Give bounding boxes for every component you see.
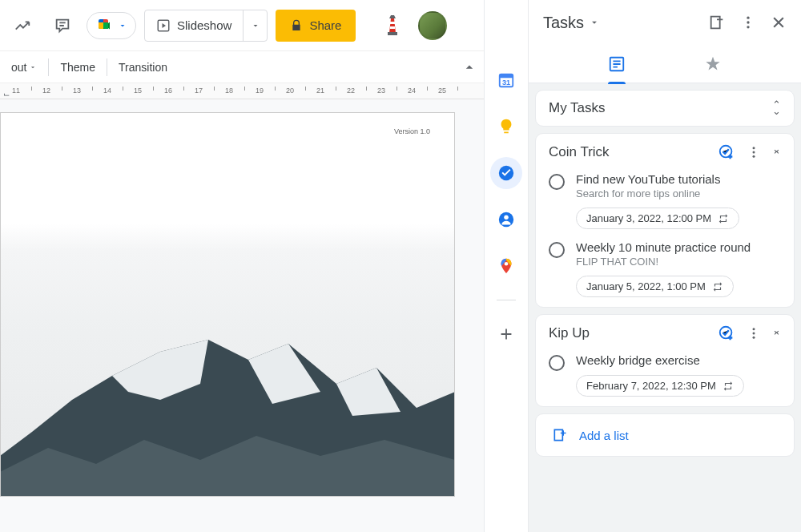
svg-point-17 [753, 151, 755, 154]
collapse-toolbar-icon[interactable] [461, 59, 477, 75]
ruler-label: 14 [103, 87, 111, 95]
slideshow-button[interactable]: Slideshow [145, 10, 243, 41]
comments-icon[interactable] [46, 10, 78, 42]
svg-rect-1 [390, 22, 395, 24]
tasks-panel: Tasks My Tasks ⌃⌄ Coin Tri [529, 0, 801, 532]
my-tasks-selector[interactable]: My Tasks ⌃⌄ [535, 90, 795, 127]
ruler-label: 18 [225, 87, 233, 95]
maps-app-icon[interactable] [490, 250, 522, 282]
svg-point-20 [753, 328, 755, 330]
ruler-label: 22 [347, 87, 355, 95]
add-app-icon[interactable] [490, 318, 522, 350]
ruler-label: 17 [195, 87, 203, 95]
list-name: Coin Trick [549, 144, 610, 160]
ruler-label: 20 [286, 87, 294, 95]
svg-point-16 [753, 147, 755, 149]
contacts-app-icon[interactable] [490, 204, 522, 236]
collapse-list-icon[interactable]: ⌄⌃ [772, 327, 781, 340]
more-icon[interactable] [740, 14, 756, 30]
tab-starred[interactable] [696, 47, 730, 81]
repeat-icon [723, 381, 734, 392]
menu-layout[interactable]: out [3, 56, 45, 79]
share-label: Share [309, 18, 341, 32]
task-list: Coin Trick ⌄⌃ Find new YouTube tutorials… [535, 133, 795, 308]
task-item[interactable]: Weekly bridge exercise February 7, 2022,… [549, 353, 781, 397]
ruler-marker-icon: ⌙ [3, 90, 10, 99]
calendar-app-icon[interactable]: 31 [490, 64, 522, 96]
task-date-chip[interactable]: February 7, 2022, 12:30 PM [576, 375, 744, 397]
task-item[interactable]: Weekly 10 minute practice round FLIP THA… [549, 240, 781, 297]
repeat-icon [718, 213, 729, 224]
ruler-label: 23 [377, 87, 385, 95]
chevron-down-icon [118, 21, 127, 30]
svg-point-22 [753, 337, 755, 339]
ruler-label: 12 [42, 87, 50, 95]
add-list-button[interactable]: Add a list [535, 413, 795, 457]
ruler-label: 21 [316, 87, 324, 95]
task-complete-circle[interactable] [549, 242, 565, 258]
task-item[interactable]: Find new YouTube tutorials Search for mo… [549, 172, 781, 229]
add-task-button[interactable] [718, 324, 735, 342]
tab-lists[interactable] [600, 47, 634, 81]
play-box-icon [156, 18, 171, 33]
ruler-label: 15 [134, 87, 142, 95]
lighthouse-icon[interactable] [383, 14, 402, 38]
add-list-label: Add a list [579, 429, 629, 442]
slideshow-dropdown[interactable] [243, 10, 267, 41]
svg-text:31: 31 [502, 79, 510, 87]
add-task-button[interactable] [718, 143, 735, 161]
svg-point-12 [747, 21, 749, 23]
separator [48, 58, 49, 76]
my-tasks-label: My Tasks [549, 100, 606, 116]
ruler-label: 25 [438, 87, 446, 95]
svg-rect-2 [390, 26, 395, 29]
version-text: Version 1.0 [394, 127, 430, 135]
add-list-icon [552, 427, 568, 443]
more-icon[interactable] [747, 326, 761, 341]
svg-point-13 [747, 26, 749, 28]
task-complete-circle[interactable] [549, 355, 565, 371]
task-date-chip[interactable]: January 5, 2022, 1:00 PM [576, 276, 734, 297]
list-selector-icon[interactable]: ⌃⌄ [772, 102, 781, 115]
slide-canvas[interactable]: Version 1.0 [0, 99, 484, 532]
list-name: Kip Up [549, 325, 590, 341]
svg-point-11 [747, 17, 749, 19]
slide[interactable]: Version 1.0 [0, 112, 455, 497]
chevron-down-icon [29, 63, 37, 71]
task-title: Find new YouTube tutorials [576, 172, 781, 186]
collapse-list-icon[interactable]: ⌄⌃ [772, 146, 781, 159]
close-icon[interactable] [771, 14, 787, 30]
task-subtitle: FLIP THAT COIN! [576, 256, 781, 268]
share-button[interactable]: Share [276, 10, 356, 42]
task-title: Weekly 10 minute practice round [576, 240, 781, 254]
svg-point-9 [504, 216, 509, 220]
svg-rect-5 [500, 75, 513, 79]
account-avatar[interactable] [418, 11, 447, 40]
menu-theme[interactable]: Theme [52, 56, 103, 79]
task-complete-circle[interactable] [549, 174, 565, 190]
tasks-app-icon[interactable] [490, 157, 522, 189]
repeat-icon [712, 281, 723, 292]
tasks-panel-title[interactable]: Tasks [543, 14, 600, 32]
side-rail: 31 [484, 0, 529, 532]
analytics-icon[interactable] [6, 10, 38, 42]
ruler-label: 13 [73, 87, 81, 95]
ruler[interactable]: ⌙ 111213141516171819202122232425 [0, 83, 484, 99]
divider [497, 300, 516, 300]
task-subtitle: Search for more tips online [576, 187, 781, 200]
chevron-down-icon [251, 21, 260, 30]
svg-point-18 [753, 155, 755, 158]
meet-button[interactable] [87, 12, 136, 39]
svg-rect-3 [388, 32, 397, 35]
lists-container: My Tasks ⌃⌄ Coin Trick ⌄⌃ Find new YouTu… [529, 83, 801, 532]
add-task-icon[interactable] [708, 14, 726, 31]
task-title: Weekly bridge exercise [576, 353, 781, 367]
ruler-label: 11 [12, 87, 20, 95]
task-date-chip[interactable]: January 3, 2022, 12:00 PM [576, 208, 739, 229]
svg-point-21 [753, 332, 755, 335]
more-icon[interactable] [747, 145, 761, 159]
menu-transition[interactable]: Transition [111, 56, 175, 79]
ruler-label: 16 [164, 87, 172, 95]
keep-app-icon[interactable] [490, 111, 522, 143]
ruler-label: 24 [408, 87, 416, 95]
